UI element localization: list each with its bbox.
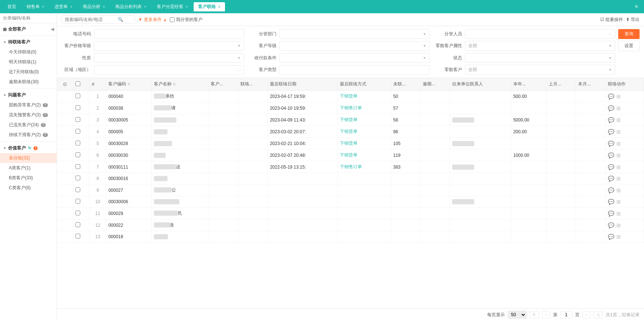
prev-page-btn[interactable]: ‹ [542,311,550,318]
message-icon-5[interactable]: 💬 [608,152,614,158]
th-checkbox[interactable] [73,78,89,91]
sidebar-item-today[interactable]: 今天待联络(0) [0,47,57,57]
region-more[interactable]: ··· [237,67,241,73]
grid-icon-11[interactable]: ⊞ [616,222,621,228]
td-action-7[interactable]: 💬 ⊞ [605,173,644,184]
td-action-0[interactable]: 💬 ⊞ [605,91,644,102]
all-customers-header[interactable]: ⊞ 全部客户 ◀ [0,23,57,34]
td-last-contact-method-2[interactable]: 下销货单 [337,114,391,126]
grid-icon-12[interactable]: ⊞ [616,234,621,240]
message-icon-12[interactable]: 💬 [608,234,614,240]
close-all-tabs[interactable]: × [632,3,641,10]
message-icon-9[interactable]: 💬 [608,199,614,205]
sidebar-item-churn-risk[interactable]: 流失预警客户(3) ? [0,110,57,120]
filter-field-manager[interactable]: ··· [465,29,615,39]
td-action-12[interactable]: 💬 ⊞ [605,231,644,243]
row-checkbox-8[interactable] [75,187,80,192]
my-customers-filter[interactable]: 我分管的客户 [170,17,203,23]
row-checkbox-12[interactable] [75,234,80,239]
sidebar-collapse-btn[interactable]: ◀ [51,27,54,32]
td-last-contact-method-8[interactable] [337,184,391,196]
filter-field-region[interactable]: ··· [94,65,244,75]
filter-field-retail-attr[interactable]: 全部 ▼ [465,41,615,51]
grid-icon-10[interactable]: ⊞ [616,211,621,216]
filter-search-icon[interactable]: 🔍 [118,17,123,22]
filter-field-price-grade[interactable]: ▼ [94,41,244,51]
filter-field-dept[interactable]: ▼ [279,29,430,39]
contact-method-link-1[interactable]: 下销售订单 [340,105,362,110]
grid-icon-7[interactable]: ⊞ [616,176,621,181]
sidebar-item-overdue[interactable]: 逾期未联络(30) [0,77,57,87]
settings-icon[interactable]: ⚙ [63,81,67,87]
page-size-select[interactable]: 50 100 [508,311,527,319]
more-conditions-btn[interactable]: ▼ 更多条件 ▲ [138,17,167,23]
sidebar-item-abnormal[interactable]: 固购异常客户(2) ? [0,100,57,110]
td-last-contact-method-3[interactable]: 下销货单 [337,126,391,138]
row-checkbox-0[interactable] [75,94,80,98]
close-product-analysis-tab[interactable]: × [103,4,105,9]
tab-purchase[interactable]: 进货单 × [50,2,77,11]
td-action-1[interactable]: 💬 ⊞ [605,102,644,114]
sidebar-item-group-c[interactable]: C类客户(6) [0,183,57,193]
td-checkbox-8[interactable] [73,184,89,196]
td-checkbox-2[interactable] [73,114,89,126]
row-checkbox-5[interactable] [75,152,80,157]
td-action-9[interactable]: 💬 ⊞ [605,196,644,208]
sidebar-group-value[interactable]: ▼ 价值客户 ↻ ! [0,143,57,153]
grid-icon-0[interactable]: ⊞ [616,94,621,99]
td-last-contact-method-4[interactable]: 下销货单 [337,138,391,149]
message-icon-2[interactable]: 💬 [608,117,614,123]
sidebar-item-group-b[interactable]: B类客户(33) [0,173,57,183]
close-product-list-tab[interactable]: × [144,4,146,9]
sidebar-item-group-a[interactable]: A类客户(1) [0,163,57,173]
sidebar-item-tomorrow[interactable]: 明天待联络(1) [0,57,57,67]
grid-icon-8[interactable]: ⊞ [616,187,621,193]
td-checkbox-6[interactable] [73,161,89,173]
close-customer-contact-tab[interactable]: × [218,4,220,9]
row-checkbox-1[interactable] [75,105,80,110]
td-last-contact-method-10[interactable] [337,208,391,219]
contact-method-link-4[interactable]: 下销货单 [340,141,358,146]
td-action-2[interactable]: 💬 ⊞ [605,114,644,126]
select-all-checkbox[interactable] [75,81,80,86]
filter-field-nature[interactable]: ▼ [94,53,244,63]
sidebar-item-ungraded[interactable]: 未分组(32) [0,153,57,163]
td-checkbox-11[interactable] [73,219,89,231]
row-checkbox-10[interactable] [75,211,80,215]
contact-method-link-3[interactable]: 下销货单 [340,129,358,134]
td-last-contact-method-7[interactable] [337,173,391,184]
td-last-contact-method-1[interactable]: 下销售订单 [337,102,391,114]
message-icon-1[interactable]: 💬 [608,105,614,111]
td-action-8[interactable]: 💬 ⊞ [605,184,644,196]
last-page-btn[interactable]: ›| [594,311,603,318]
td-action-5[interactable]: 💬 ⊞ [605,149,644,161]
td-last-contact-method-6[interactable]: 下销售订单 [337,161,391,173]
td-action-6[interactable]: 💬 ⊞ [605,161,644,173]
tab-home[interactable]: 首页 [3,2,21,11]
grid-icon-9[interactable]: ⊞ [616,199,621,205]
contact-method-link-2[interactable]: 下销货单 [340,117,358,122]
filter-field-phone[interactable] [94,29,244,39]
td-action-11[interactable]: 💬 ⊞ [605,219,644,231]
row-checkbox-6[interactable] [75,164,80,169]
message-icon-4[interactable]: 💬 [608,141,614,147]
row-checkbox-9[interactable] [75,199,80,204]
tab-customer-segment[interactable]: 客户分层经客 × [152,2,192,11]
sidebar-item-week[interactable]: 近7天待联络(0) [0,67,57,77]
close-sales-tab[interactable]: × [42,4,44,9]
row-checkbox-11[interactable] [75,222,80,227]
grid-icon-1[interactable]: ⊞ [616,105,621,111]
grid-icon-2[interactable]: ⊞ [616,117,621,123]
filter-field-customer-type[interactable] [279,65,430,75]
close-customer-segment-tab[interactable]: × [186,4,188,9]
my-customers-checkbox[interactable] [170,17,175,22]
message-icon-0[interactable]: 💬 [608,94,614,99]
contact-method-link-5[interactable]: 下销货单 [340,152,358,158]
sidebar-group-pending[interactable]: ▼ 待联络客户 [0,37,57,47]
next-page-btn[interactable]: › [583,311,591,318]
export-btn[interactable]: ⬆ 导出 [626,17,640,23]
td-last-contact-method-12[interactable] [337,231,391,243]
td-checkbox-9[interactable] [73,196,89,208]
td-checkbox-4[interactable] [73,138,89,149]
filter-search-input[interactable] [65,17,116,22]
